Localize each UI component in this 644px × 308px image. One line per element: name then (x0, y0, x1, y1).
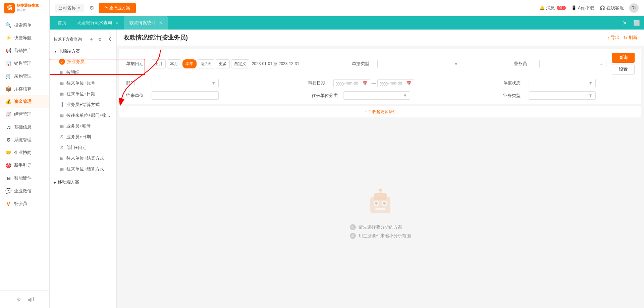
panel-config-button[interactable]: ⚙ (96, 36, 104, 43)
tree-item-by-salesman[interactable]: 人 按业务员 (50, 56, 116, 67)
right-panel: 收款情况统计(按业务员) ↑ 导出 ↻ 刷新 单据日期 (117, 30, 644, 308)
sidebar-item-quicknav[interactable]: ⚡ 快捷导航 (0, 32, 49, 44)
query-buttons: 查询 设置 (612, 53, 635, 75)
empty-tip-2: ② 用过滤条件来缩小分析范围 (350, 233, 411, 239)
desktop-group-label[interactable]: ▼ 电脑端方案 (50, 46, 116, 56)
window-close-btn[interactable]: ✕ (620, 18, 629, 28)
chevron-up-icon: ⌃⌃ (364, 110, 371, 114)
doc-status-select[interactable]: ▼ (529, 79, 596, 87)
tree-item-partner-account[interactable]: ▦ 往来单位+账号 (50, 78, 116, 89)
empty-robot-icon (364, 187, 397, 220)
biz-type-select[interactable]: ▼ (529, 91, 596, 100)
doc-type-select[interactable]: ▼ (377, 60, 461, 68)
tab-receipt-close[interactable]: ✕ (159, 20, 162, 25)
panel-add-button[interactable]: ＋ (88, 36, 95, 43)
app-download-item[interactable]: 📱 App下载 (571, 5, 594, 11)
sidebar-item-inventory[interactable]: 📦 库存核算 (0, 83, 49, 95)
date-btn-custom[interactable]: 自定义 (231, 59, 249, 68)
calendar-icon: 📅 (362, 81, 367, 86)
category-chevron-icon: ▼ (403, 93, 407, 98)
tree-item-dept-date[interactable]: ⏱ 部门+日期 (50, 142, 116, 153)
export-button[interactable]: ↑ 导出 (607, 35, 620, 41)
date-btn-more[interactable]: 更多 (216, 59, 230, 68)
review-date-start[interactable]: yyyy-mm-dd 📅 (333, 79, 370, 87)
panel-header: 按以下方案查询 ＋ ⚙ 《 (50, 34, 116, 45)
tree-item-salesman-date[interactable]: ⏱ 业务员+日期 (50, 132, 116, 142)
review-date-input-group: yyyy-mm-dd 📅 — yyyy-mm-dd 📅 (333, 79, 414, 87)
tree-item-by-detail[interactable]: ⊞ 按明细 (50, 67, 116, 78)
tree-item-partner-settlement1[interactable]: ⊞ 往来单位+结算方式 (50, 153, 116, 164)
sidebar-item-system[interactable]: ⚙ 系统管理 (0, 134, 49, 146)
tab-bank-close[interactable]: ✕ (115, 20, 119, 25)
sidebar-item-hardware[interactable]: 🖥 智能硬件 (0, 172, 49, 185)
active-dot: 人 (59, 59, 65, 65)
wechat-icon: 💬 (5, 188, 11, 194)
window-maximize-btn[interactable]: ⬜ (632, 18, 641, 28)
partner-select[interactable]: ··· (152, 91, 219, 100)
collapse-bar[interactable]: ⌃⌃ 收起更多条件 (119, 106, 641, 117)
tree-item-partner-dept[interactable]: ▦ 按往来单位+部门+收... (50, 110, 116, 121)
tree-item-partner-settlement2[interactable]: ▦ 往来单位+结算方式 (50, 164, 116, 174)
query-button[interactable]: 查询 (612, 53, 635, 63)
mobile-group-label[interactable]: ▶ 移动端方案 (50, 177, 116, 187)
gear-icon: ⚙ (5, 137, 11, 143)
date-group: 上月 本月 本年 近7天 更多 自定义 2023-01-01 至 2023-12… (152, 59, 299, 68)
sidebar-item-base[interactable]: 🗂 基础信息 (0, 121, 49, 134)
tree-item-partner-date[interactable]: ▦ 往来单位+日期 (50, 89, 116, 99)
sidebar-item-marketing[interactable]: 📢 营销推广 (0, 44, 49, 57)
date-btn-last-month[interactable]: 上月 (152, 59, 166, 68)
online-service-item[interactable]: 🎧 在线客服 (600, 5, 624, 11)
salesman-select[interactable]: ··· (539, 60, 606, 68)
sidebar-item-member[interactable]: V 畅会员 (0, 197, 49, 210)
trial-button[interactable]: 体验行业方案 (99, 3, 136, 13)
partner-category-select[interactable]: ▼ (343, 91, 410, 100)
doc-status-label: 单据状态 (503, 80, 523, 86)
mobile-icon: 📱 (571, 5, 577, 10)
svg-point-4 (375, 202, 378, 205)
sidebar-item-enterprise[interactable]: 🤝 企业协同 (0, 146, 49, 159)
panel-header-buttons: ＋ ⚙ 《 (88, 36, 112, 43)
review-date-end[interactable]: yyyy-mm-dd 📅 (377, 79, 414, 87)
tab-bank[interactable]: 现金银行流水查询 ✕ (72, 16, 124, 30)
notification-item[interactable]: 🔔 消息 99+ (539, 5, 566, 11)
sidebar-item-guide[interactable]: 🎯 新手引导 (0, 159, 49, 172)
sidebar-settings-button[interactable]: ⚙ (14, 295, 23, 304)
sidebar-item-operations[interactable]: 📈 经营管理 (0, 108, 49, 121)
sidebar-item-finance[interactable]: 💰 资金管理 (0, 95, 49, 108)
topbar-settings-icon[interactable]: ⚙ (87, 3, 96, 13)
tab-receipt[interactable]: 收款情况统计 ✕ (124, 16, 168, 30)
svg-point-8 (379, 189, 382, 191)
panel-collapse-button[interactable]: 《 (105, 36, 112, 43)
company-name[interactable]: 公司名称 ▼ (55, 4, 84, 12)
date-btn-this-month[interactable]: 本月 (167, 59, 181, 68)
svg-rect-1 (374, 193, 387, 200)
sidebar-item-search[interactable]: 🔍 搜索菜单 (0, 19, 49, 32)
refresh-button[interactable]: ↻ 刷新 (624, 35, 637, 41)
tree-item-salesman-account[interactable]: ▦ 业务员+账号 (50, 121, 116, 132)
user-avatar[interactable]: Rit (629, 3, 639, 13)
topbar: 公司名称 ▼ ⚙ 体验行业方案 🔔 消息 99+ 📱 App下载 🎧 在线客服 … (50, 0, 644, 16)
dept-select[interactable]: ▼ (152, 79, 219, 87)
date-btn-7days[interactable]: 近7天 (198, 59, 214, 68)
date-btn-this-year[interactable]: 本年 (182, 59, 197, 68)
sidebar-nav: 🔍 搜索菜单 ⚡ 快捷导航 📢 营销推广 📊 销售管理 🛒 采购管理 📦 库存核… (0, 16, 49, 290)
table-icon: ▦ (59, 81, 64, 86)
search-icon: 🔍 (5, 22, 11, 28)
review-date-label: 审核日期 (308, 80, 328, 86)
svg-point-5 (383, 202, 386, 205)
page-title: 收款情况统计(按业务员) (123, 34, 188, 42)
biz-chevron-icon: ▼ (588, 93, 593, 98)
triangle-icon: ▼ (54, 50, 57, 53)
monitor-icon: 🖥 (5, 175, 11, 181)
chart-icon: 📊 (5, 60, 11, 66)
sidebar-item-wechat[interactable]: 💬 企业微信 (0, 185, 49, 197)
tree-item-salesman-settlement[interactable]: ▐ 业务员+结算方式 (50, 99, 116, 110)
tabbar-right: ✕ ⬜ (620, 18, 641, 28)
sidebar-item-sales[interactable]: 📊 销售管理 (0, 57, 49, 70)
sidebar-item-purchase[interactable]: 🛒 采购管理 (0, 70, 49, 83)
tab-home[interactable]: 首页 (52, 16, 72, 30)
folder-icon: 🗂 (5, 124, 11, 130)
settings-button[interactable]: 设置 (612, 64, 635, 75)
sidebar-collapse-button[interactable]: ◀II (26, 295, 36, 304)
doc-type-label: 单据类型 (352, 61, 372, 67)
